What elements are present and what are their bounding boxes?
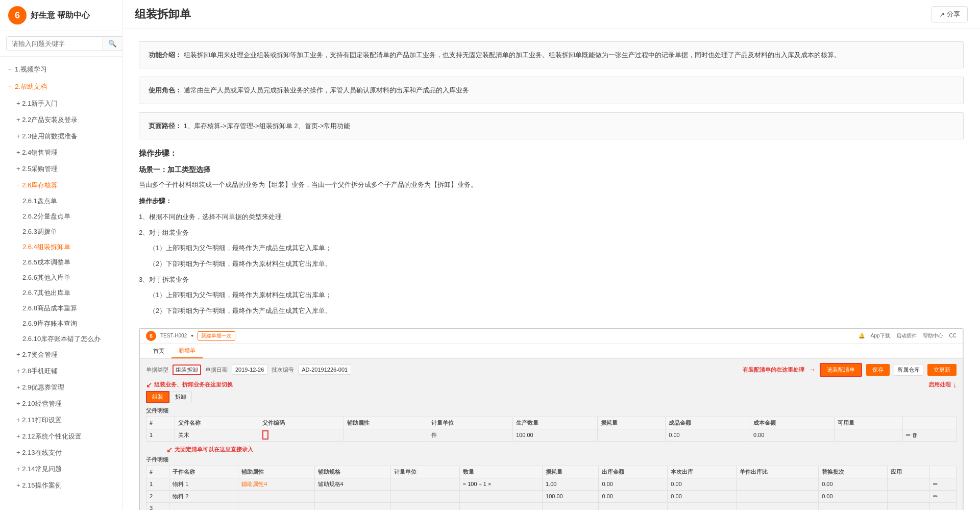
mock-tab-home[interactable]: 首页 [146,344,172,358]
sidebar: 6 好生意 帮助中心 🔍 + 1.视频学习 − 2.帮助文档 + 2.1新手入门… [0,0,122,510]
delete-icon[interactable]: 🗑 [912,432,918,438]
search-bar: 🔍 [0,31,122,57]
mock-link-app[interactable]: App下载 [871,332,890,339]
cell-qty-b2 [459,490,542,502]
arrow-icon-4: ↙ [166,446,173,454]
mock-logo: 6 [146,331,156,341]
mock-save-btn[interactable]: 保存 [866,364,890,376]
sidebar-item-ops[interactable]: + 2.10经营管理 [0,396,122,412]
col-prod-qty: 生产数量 [513,417,598,429]
annotation-3: 无固定清单可以在这里直接录入 [175,446,253,453]
mock-table-top-head: # 父件名称 父件编码 辅助属性 计量单位 生产数量 损耗量 成品金额 成本金额… [146,417,957,429]
sidebar-item-sales[interactable]: + 2.4销售管理 [0,144,122,161]
cell-action: ✏ 🗑 [903,429,957,441]
sidebar-item-inventory[interactable]: − 2.6库存核算 [0,177,122,193]
col-cur-out: 本次出库 [668,466,737,478]
mock-type-assemble[interactable]: 组装 [146,391,169,403]
cell-child-name-b1: 物料 1 [169,478,238,490]
arrow-icon-3: ↓ [953,381,957,389]
sidebar-item-2-6-5[interactable]: 2.6.5成本调整单 [0,255,122,270]
role-label: 使用角色： [149,86,182,94]
cell-prod-qty: 100.00 [513,429,598,441]
sidebar-item-mobile[interactable]: + 2.8手机旺铺 [0,363,122,379]
sidebar-item-2-6-6[interactable]: 2.6.6其他入库单 [0,270,122,285]
mock-link-plugin[interactable]: 启动插件 [896,332,917,339]
search-button[interactable]: 🔍 [103,36,122,51]
mock-date-input[interactable]: 2019-12-26 [232,365,267,375]
col-out-amount: 出库金额 [599,466,668,478]
sidebar-item-2-6-3[interactable]: 2.6.3调拨单 [0,224,122,239]
step-2: 2、对于组装业务 [139,227,964,239]
sidebar-item-finance[interactable]: + 2.7资金管理 [0,347,122,363]
mock-select-btn[interactable]: 选装配清单 [820,363,862,377]
mock-no-input[interactable]: AD-20191226-001 [298,365,351,375]
sidebar-item-2-6-1[interactable]: 2.6.1盘点单 [0,193,122,209]
sidebar-item-faq[interactable]: + 2.14常见问题 [0,461,122,477]
mock-sub-type-row: 组装 拆卸 [146,391,192,403]
cell-out-amount-b1: 0.00 [599,478,668,490]
col-aux-attr: 辅助属性 [344,417,428,429]
col-available: 可用量 [835,417,903,429]
cell-cost-amount: 0.00 [750,429,835,441]
sidebar-item-system[interactable]: + 2.12系统个性化设置 [0,428,122,445]
mock-table-bottom: # 子件名称 辅助属性 辅助规格 计量单位 数量 损耗量 出库金额 本次出库 单… [146,466,957,510]
mock-app: 6 TEST-H002 ▾ 新建单据一次 🔔 App下载 启动插件 帮助中心 C… [139,328,963,510]
step-3-1: （1）上部明细为父件明细，最终作为原材料生成其它出库单； [139,289,964,302]
cell-apply-b2 [888,490,930,502]
page-title: 组装拆卸单 [135,7,191,22]
sidebar-item-2-6-9[interactable]: 2.6.9库存账本查询 [0,316,122,331]
table-row: 3 [146,502,957,510]
sidebar-item-print[interactable]: + 2.11打印设置 [0,412,122,428]
plus-icon-system: + [16,432,22,440]
sidebar-item-2-6-2[interactable]: 2.6.2分量盘点单 [0,209,122,224]
edit-icon-b1[interactable]: ✏ [933,481,938,487]
mock-type-disassemble[interactable]: 拆卸 [169,392,192,402]
sidebar-nav: + 1.视频学习 − 2.帮助文档 + 2.1新手入门 + 2.2产品安装及登录… [0,57,122,510]
sidebar-item-coupon[interactable]: + 2.9优惠券管理 [0,379,122,396]
cell-parent-name: 关木 [175,429,259,441]
path-block: 页面路径： 1、库存核算->库存管理->组装拆卸单 2、首页->常用功能 [139,112,964,139]
minus-icon-inventory: − [16,181,22,189]
sidebar-item-2-6-10[interactable]: 2.6.10库存账本错了怎么办 [0,331,122,347]
main-header: 组装拆卸单 ↗ 分享 [122,0,980,29]
main-area: 组装拆卸单 ↗ 分享 功能介绍： 组装拆卸单用来处理企业组装或拆卸等加工业务，支… [122,0,980,510]
sidebar-item-video[interactable]: + 1.视频学习 [0,61,122,78]
edit-icon-b2[interactable]: ✏ [933,493,938,499]
cell-no-b2: 2 [146,490,169,502]
mock-org-input[interactable]: 所属仓库 [894,364,923,376]
mock-type-input[interactable]: 组装拆卸 [173,365,201,375]
cell-apply-b1 [888,478,930,490]
mock-new-btn[interactable]: 新建单据一次 [198,331,235,341]
sidebar-item-docs[interactable]: − 2.帮助文档 [0,78,122,95]
minus-icon: − [8,83,12,90]
sidebar-item-purchase[interactable]: + 2.5采购管理 [0,161,122,177]
share-button[interactable]: ↗ 分享 [932,6,968,22]
sidebar-item-online-pay[interactable]: + 2.13在线支付 [0,445,122,461]
sidebar-item-2-6-7[interactable]: 2.6.7其他出库单 [0,285,122,301]
cell-aux-attr [344,429,428,441]
plus-icon-data: + [16,132,22,140]
mock-tab-new[interactable]: 新增单 [172,344,203,358]
plus-icon-coupon: + [16,383,22,391]
sidebar-item-2-6-8[interactable]: 2.6.8商品成本重算 [0,301,122,316]
sidebar-item-cases[interactable]: + 2.15操作案例 [0,477,122,494]
scene1-desc: 当由多个子件材料组装成一个成品的业务为【组装】业务，当由一个父件拆分成多个子产品… [139,179,964,191]
annotation-1: 有装配清单的在这里处理 [743,366,804,374]
col-ops [903,417,957,429]
cell-no-b1: 1 [146,478,169,490]
mock-date-label: 单据日期 [205,366,228,374]
edit-icon[interactable]: ✏ [906,432,911,438]
col-unit: 计量单位 [428,417,513,429]
mock-top-bar: 6 TEST-H002 ▾ 新建单据一次 🔔 App下载 启动插件 帮助中心 C… [140,329,963,344]
plus-icon-install: + [16,116,22,124]
sidebar-item-newbie[interactable]: + 2.1新手入门 [0,95,122,112]
sidebar-item-install[interactable]: + 2.2产品安装及登录 [0,112,122,128]
search-input[interactable] [6,36,103,51]
sidebar-item-data-prep[interactable]: + 2.3使用前数据准备 [0,128,122,144]
mock-link-help[interactable]: 帮助中心 [923,332,943,339]
cell-ops-b2: ✏ [929,490,956,502]
cell-aux-attr-b1: 辅助属性4 [238,478,314,490]
cell-loss [597,429,666,441]
sidebar-item-2-6-4[interactable]: 2.6.4组装拆卸单 [0,239,122,255]
mock-confirm-btn[interactable]: 立更新 [927,364,957,376]
